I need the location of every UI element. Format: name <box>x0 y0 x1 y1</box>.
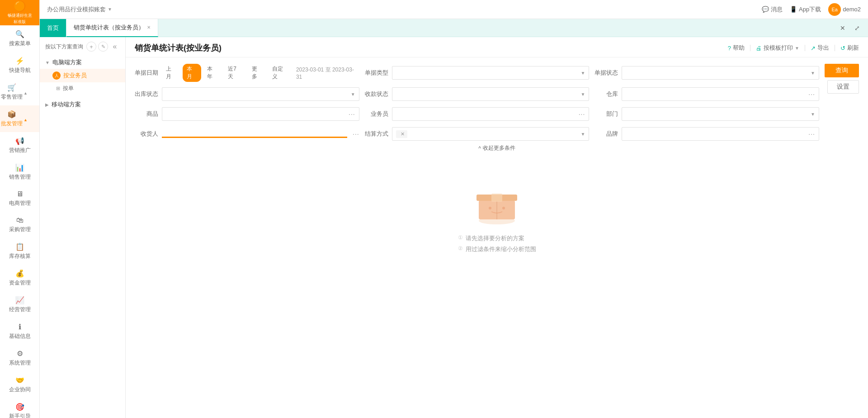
filter-fields: 单据日期 上月 本月 本年 近7天 更多 自定义 2023-03-01 至 20… <box>135 64 819 142</box>
header-left: 办公用品行业模拟账套 ▼ <box>47 5 112 14</box>
receiver-input[interactable] <box>162 130 347 138</box>
receiver-dots-icon: ··· <box>353 130 359 138</box>
left-panel-tools: + ✎ « <box>86 42 120 52</box>
mobile-scheme-group: ▶ 移动端方案 <box>40 96 125 113</box>
sidebar-item-system[interactable]: ⚙ 系统管理 <box>0 345 39 371</box>
tab-sales-stat[interactable]: 销货单统计表（按业务员） ✕ <box>66 19 158 37</box>
date-last-month-btn[interactable]: 上月 <box>162 64 181 82</box>
date-this-year-btn[interactable]: 本年 <box>203 64 222 82</box>
search-icon: 🔍 <box>15 30 24 38</box>
export-btn[interactable]: ↗ 导出 <box>811 44 829 52</box>
edit-scheme-btn[interactable]: ✎ <box>98 42 108 52</box>
message-btn[interactable]: 💬 消息 <box>762 5 783 14</box>
tab-bar-actions: ✕ ⤢ <box>837 23 868 33</box>
help-label: 帮助 <box>733 44 745 52</box>
refresh-icon: ↺ <box>840 45 845 52</box>
sidebar-item-enterprise[interactable]: 🤝 企业协同 <box>0 371 39 398</box>
date-more-btn[interactable]: 更多 <box>248 64 267 82</box>
sidebar-item-sales[interactable]: 📊 销售管理 <box>0 159 39 185</box>
pc-arrow-icon: ▼ <box>45 60 50 65</box>
mobile-scheme-title[interactable]: ▶ 移动端方案 <box>40 98 125 111</box>
warehouse-input[interactable]: ··· <box>622 87 819 101</box>
user-profile[interactable]: Ea demo2 <box>828 3 861 16</box>
basic-icon: ℹ <box>19 323 21 331</box>
svg-rect-7 <box>491 194 502 202</box>
message-label: 消息 <box>771 5 783 14</box>
date-this-month-btn[interactable]: 本月 <box>183 64 202 82</box>
left-panel: 按以下方案查询 + ✎ « ▼ 电脑端方案 人 按业务员 ⊞ <box>40 37 126 418</box>
app-logo: 🟠 畅捷通好生意 标准版 <box>0 0 39 25</box>
date-custom-btn[interactable]: 自定义 <box>268 64 292 82</box>
doc-status-select[interactable]: ▼ <box>622 66 819 80</box>
sidebar-item-marketing[interactable]: 📢 营销推广 <box>0 132 39 159</box>
settle-label: 结算方式 <box>365 130 388 138</box>
breadcrumb-text: 办公用品行业模拟账套 <box>47 5 106 14</box>
mobile-arrow-icon: ▶ <box>45 102 49 107</box>
sidebar-item-ecommerce[interactable]: 🖥 电商管理 <box>0 185 39 212</box>
filter-area: 单据日期 上月 本月 本年 近7天 更多 自定义 2023-03-01 至 20… <box>126 57 868 153</box>
user-name: demo2 <box>843 6 861 13</box>
tab-restore-btn[interactable]: ⤢ <box>852 23 863 33</box>
sidebar-item-newbie[interactable]: 🎯 新手引导 <box>0 398 39 418</box>
filter-row-2: 出库状态 ▼ 收款状态 ▼ <box>135 86 819 102</box>
breadcrumb-dropdown[interactable]: 办公用品行业模拟账套 ▼ <box>47 5 112 14</box>
print-label: 按模板打印 <box>764 44 793 52</box>
date-last7-btn[interactable]: 近7天 <box>224 64 245 82</box>
brand-dots-icon: ··· <box>808 130 815 138</box>
brand-label: 品牌 <box>594 130 618 138</box>
divider-2 <box>805 45 805 51</box>
pc-scheme-title[interactable]: ▼ 电脑端方案 <box>40 56 125 69</box>
brand-input[interactable]: ··· <box>622 127 819 141</box>
goods-input[interactable]: ··· <box>162 107 359 121</box>
scheme-item-by-staff[interactable]: 人 按业务员 <box>40 69 125 82</box>
staff-input[interactable]: ··· <box>392 107 590 121</box>
sidebar: 🟠 畅捷通好生意 标准版 🔍 搜索菜单 ⚡ 快捷导航 🛒 零售管理 ▲ 📦 批发… <box>0 0 40 418</box>
filter-row-3: 商品 ··· 业务员 ··· <box>135 106 819 122</box>
sidebar-item-basic[interactable]: ℹ 基础信息 <box>0 318 39 345</box>
scheme-sub-by-order[interactable]: ⊞ 按单 <box>40 82 125 95</box>
help-btn[interactable]: ? 帮助 <box>728 44 745 52</box>
print-icon: 🖨 <box>756 45 762 52</box>
doc-type-item: 单据类型 ▼ <box>365 65 590 81</box>
payment-arrow-icon: ▼ <box>580 92 585 97</box>
query-button[interactable]: 查询 <box>825 64 859 77</box>
app-download-label: App下载 <box>799 5 821 14</box>
sidebar-item-finance[interactable]: 💰 资金管理 <box>0 265 39 291</box>
print-btn[interactable]: 🖨 按模板打印 ▼ <box>756 44 799 52</box>
sidebar-item-search[interactable]: 🔍 搜索菜单 <box>0 25 39 52</box>
collapse-panel-btn[interactable]: « <box>110 42 120 52</box>
sidebar-item-retail[interactable]: 🛒 零售管理 ▲ <box>0 79 39 105</box>
sidebar-label-finance: 资金管理 <box>9 279 31 287</box>
app-download-btn[interactable]: 📱 App下载 <box>790 5 821 14</box>
tab-close-icon[interactable]: ✕ <box>147 25 151 30</box>
tab-home[interactable]: 首页 <box>40 19 66 37</box>
sidebar-item-quick-nav[interactable]: ⚡ 快捷导航 <box>0 52 39 79</box>
tip-num-1: ① <box>458 234 463 241</box>
dept-select[interactable]: ▼ <box>622 107 819 121</box>
marketing-icon: 📢 <box>15 137 24 145</box>
top-header: 办公用品行业模拟账套 ▼ 💬 消息 📱 App下载 Ea demo2 <box>40 0 868 19</box>
sidebar-item-operations[interactable]: 📈 经营管理 <box>0 291 39 318</box>
settings-button[interactable]: 设置 <box>827 80 859 94</box>
tip-item-1: ① 请先选择要分析的方案 <box>458 234 536 242</box>
refresh-label: 刷新 <box>847 44 859 52</box>
doc-type-select[interactable]: ▼ <box>392 66 590 80</box>
mobile-scheme-label: 移动端方案 <box>52 100 81 109</box>
payment-select[interactable]: ▼ <box>392 87 590 101</box>
refresh-btn[interactable]: ↺ 刷新 <box>840 44 859 52</box>
tab-close-window-btn[interactable]: ✕ <box>837 23 848 33</box>
goods-item: 商品 ··· <box>135 106 359 122</box>
collapse-more-btn[interactable]: ^ 收起更多条件 <box>135 142 859 153</box>
by-order-label: 按单 <box>63 85 74 92</box>
delivery-select[interactable]: ▼ <box>162 87 359 101</box>
page-title: 销货单统计表(按业务员) <box>135 43 222 53</box>
settle-select[interactable]: ✕ ▼ <box>392 127 590 141</box>
add-scheme-btn[interactable]: + <box>86 42 96 52</box>
settle-clear-btn[interactable]: ✕ <box>401 131 405 137</box>
sidebar-item-inventory[interactable]: 📋 库存核算 <box>0 238 39 265</box>
logo-text: 畅捷通好生意 <box>8 13 32 18</box>
sidebar-item-wholesale[interactable]: 📦 批发管理 ▲ <box>0 105 39 132</box>
sidebar-item-purchase[interactable]: 🛍 采购管理 <box>0 212 39 238</box>
doc-type-label: 单据类型 <box>365 69 388 77</box>
payment-label: 收款状态 <box>365 90 388 98</box>
